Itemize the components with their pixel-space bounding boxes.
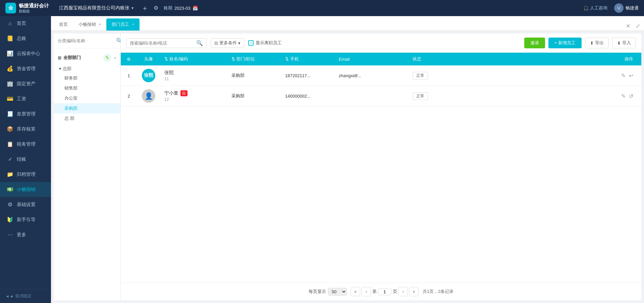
sidebar-item-more[interactable]: ⋯ 更多	[0, 227, 51, 242]
next-page-button[interactable]: ›	[398, 287, 408, 296]
col-name: ⇅ 姓名/编码	[160, 53, 227, 65]
sidebar-item-inventory[interactable]: 📦 库存核算	[0, 121, 51, 137]
sidebar-item-salary[interactable]: 💳 工资	[0, 91, 51, 106]
user-avatar: U	[614, 3, 624, 13]
expense-icon: 💵	[7, 186, 13, 193]
tab-dept-label: 部门员工	[112, 21, 129, 28]
filter-dropdown-icon: ▾	[238, 41, 240, 46]
edit-icon[interactable]: ✎	[621, 72, 626, 79]
page-input[interactable]	[378, 288, 391, 295]
tab-dept[interactable]: 部门员工 ×	[106, 18, 140, 31]
status-badge: 正常	[413, 72, 428, 80]
topbar: 会 畅捷通好会计 旗舰版 江西服宝精品有限责任公司内账张 ▾ ＋ ⚙ 账期 20…	[0, 0, 644, 16]
prev-page-button[interactable]: ‹	[362, 287, 371, 296]
sidebar-item-tax[interactable]: 📋 税务管理	[0, 137, 51, 152]
service-button[interactable]: 🎧 人工咨询	[583, 5, 607, 11]
sort-icon: ⇅	[164, 56, 168, 61]
add-button[interactable]: ＋	[142, 5, 148, 11]
employee-search-input[interactable]	[130, 41, 194, 46]
tab-home[interactable]: 首页	[54, 18, 73, 31]
dept-item-root[interactable]: ▾ 总部	[54, 64, 120, 73]
sidebar-item-settings[interactable]: ⚙ 基础设置	[0, 197, 51, 212]
sidebar-item-ledger[interactable]: 📒 总账	[0, 31, 51, 46]
sidebar-item-assets[interactable]: 🏢 固定资产	[0, 76, 51, 91]
row-actions: ✎ ↺	[462, 86, 641, 106]
sidebar-item-label: 发票管理	[17, 111, 36, 117]
topbar-actions: ＋ ⚙ 账期 2023-03 📅	[142, 5, 198, 11]
show-resigned-toggle[interactable]: ✓ 显示离职员工	[248, 40, 282, 46]
tab-dept-close[interactable]: ×	[132, 22, 134, 27]
sidebar-item-expense[interactable]: 💵 小畅报销	[0, 182, 51, 197]
per-page-select[interactable]: 50 100	[328, 288, 347, 296]
sidebar-item-finance[interactable]: 💰 资金管理	[0, 61, 51, 76]
company-dropdown-icon[interactable]: ▾	[131, 6, 133, 10]
emp-badge: 应	[180, 90, 187, 96]
sidebar-item-label: 基础设置	[17, 202, 36, 208]
table-row: 1 张熙 张熙	[121, 65, 641, 86]
col-dept: ⇅ 部门/职位	[227, 53, 281, 65]
user-info[interactable]: U 畅捷通	[614, 3, 639, 13]
row-email	[335, 86, 409, 106]
dept-sales-label: 销售部	[64, 86, 77, 91]
assets-icon: 🏢	[7, 81, 13, 87]
employee-data-table: ⚙ 头像 ⇅ 姓名/编码 ⇅ 部门/职位	[121, 53, 641, 106]
dept-item-purchase[interactable]: 采购部	[54, 103, 120, 113]
logout-icon[interactable]: ↩	[629, 72, 633, 79]
refresh-icon[interactable]: ↺	[629, 93, 633, 99]
dept-hq-label: 总 部	[64, 116, 74, 121]
last-page-button[interactable]: »	[409, 287, 419, 296]
search-icon[interactable]: 🔍	[196, 40, 203, 46]
table-header: ⚙ 头像 ⇅ 姓名/编码 ⇅ 部门/职位	[121, 53, 641, 65]
dept-item-office[interactable]: 办公室	[54, 93, 120, 103]
all-dept-label: 全部部门	[63, 55, 81, 61]
sidebar-item-label: 结账	[17, 156, 26, 162]
row-phone: 140000002...	[281, 86, 335, 106]
col-status: 状态	[409, 53, 462, 65]
sidebar-item-close[interactable]: ✓ 结账	[0, 152, 51, 167]
unpin-button[interactable]: ◄◄ 取消固定	[0, 289, 51, 303]
sidebar-item-label: 税务管理	[17, 141, 36, 147]
collapse-button[interactable]: «	[114, 55, 116, 60]
add-employee-button[interactable]: + 新增员工	[548, 38, 582, 48]
export-button[interactable]: ⬆ 导出	[585, 38, 609, 48]
dept-office-label: 办公室	[64, 96, 77, 101]
dept-search-icon[interactable]: 🔍	[116, 38, 121, 44]
row-index: 1	[121, 65, 137, 86]
settings-button[interactable]: ⚙	[154, 5, 158, 11]
add-dept-button[interactable]: ✎	[103, 54, 111, 62]
employee-search-box[interactable]: 🔍	[126, 38, 207, 48]
invite-button[interactable]: 邀请	[524, 38, 545, 48]
emp-name: 张熙	[164, 70, 174, 76]
tab-expense-close[interactable]: ×	[99, 22, 101, 27]
import-button[interactable]: ⬇ 导入	[612, 38, 636, 48]
dept-search-input[interactable]	[58, 38, 114, 43]
sidebar-item-label: 更多	[17, 232, 26, 238]
sidebar-item-guide[interactable]: 🔰 新手引导	[0, 212, 51, 227]
dept-item-finance[interactable]: 财务部	[54, 73, 120, 83]
close-window-icon[interactable]: ✕	[625, 21, 632, 31]
inventory-icon: 📦	[7, 126, 13, 132]
all-dept-button[interactable]: ⊞ 全部部门	[58, 55, 81, 61]
sidebar-item-archive[interactable]: 📁 归档管理	[0, 167, 51, 182]
page-prefix: 第	[372, 289, 377, 295]
sidebar-item-label: 首页	[17, 20, 26, 27]
edit-icon[interactable]: ✎	[621, 93, 626, 99]
sidebar-item-reports[interactable]: 📊 云报表中心	[0, 46, 51, 61]
col-settings[interactable]: ⚙	[121, 53, 137, 65]
first-page-button[interactable]: «	[351, 287, 360, 296]
dept-item-sales[interactable]: 销售部	[54, 83, 120, 93]
user-name: 畅捷通	[626, 5, 639, 11]
filter-button[interactable]: ⊟ 更多条件 ▾	[211, 38, 244, 48]
expand-icon[interactable]: ⤢	[634, 21, 641, 31]
dept-item-hq[interactable]: 总 部	[54, 113, 120, 123]
unpin-label: 取消固定	[15, 293, 32, 299]
row-dept: 采购部	[227, 86, 281, 106]
dept-tree-actions: ✎ «	[103, 54, 116, 62]
sidebar-item-invoice[interactable]: 🧾 发票管理	[0, 106, 51, 121]
calendar-icon[interactable]: 📅	[193, 6, 198, 11]
add-employee-label: + 新增员工	[554, 40, 576, 46]
row-status: 正常	[409, 65, 462, 86]
tab-expense[interactable]: 小畅报销 ×	[73, 18, 106, 31]
sidebar-item-home[interactable]: ⌂ 首页	[0, 16, 51, 31]
avatar-text: 张熙	[144, 72, 153, 79]
